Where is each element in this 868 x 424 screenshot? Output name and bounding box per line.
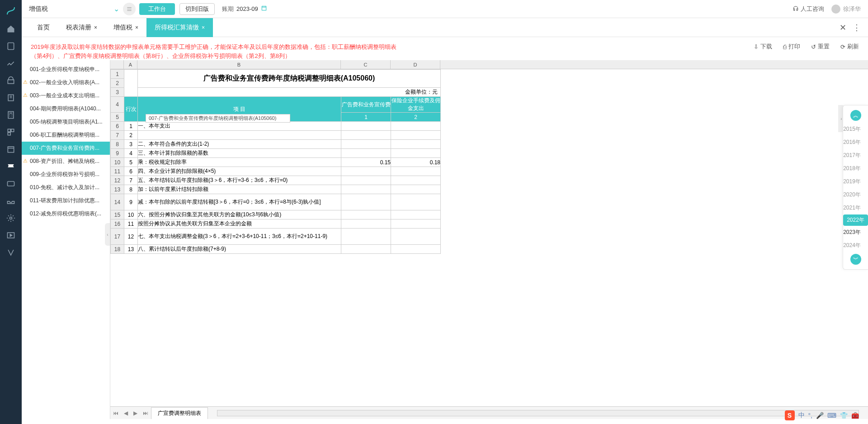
- nav-v-icon[interactable]: [6, 248, 15, 257]
- year-2022年[interactable]: 2022年: [843, 214, 868, 226]
- nav-video-icon[interactable]: [6, 231, 15, 240]
- company-dropdown[interactable]: 增值税 ⌄: [29, 5, 119, 13]
- cell-d[interactable]: [391, 219, 441, 229]
- nav-gear-icon[interactable]: [6, 214, 15, 223]
- nav-wallet-icon[interactable]: [6, 179, 15, 188]
- form-item-6[interactable]: 007-广告费和业务宣传费跨...: [22, 142, 110, 155]
- tab-3[interactable]: 所得税汇算清缴×: [146, 18, 213, 37]
- cell-c[interactable]: [341, 185, 391, 194]
- year-2019年[interactable]: 2019年: [843, 175, 868, 188]
- year-2016年[interactable]: 2016年: [843, 136, 868, 149]
- cell-d[interactable]: [391, 131, 441, 140]
- form-item-4[interactable]: 005-纳税调整项目明细表(A1...: [22, 115, 110, 129]
- tab-close-icon[interactable]: ×: [135, 24, 138, 31]
- sheet-first-icon[interactable]: ⏮: [110, 410, 121, 416]
- cell-d[interactable]: [391, 245, 441, 254]
- sheet-last-icon[interactable]: ⏭: [140, 410, 151, 416]
- nav-home-icon[interactable]: [6, 24, 15, 33]
- cell-c[interactable]: [341, 122, 391, 131]
- year-2024年[interactable]: 2024年: [843, 239, 868, 252]
- formula-bar[interactable]: 007-广告费和业务宣传费跨年度纳税调整明细表(A105060): [146, 114, 290, 123]
- cell-d[interactable]: [391, 140, 441, 149]
- form-item-1[interactable]: ⚠002-一般企业收入明细表(A...: [22, 76, 110, 89]
- nav-calc-icon[interactable]: [6, 110, 15, 119]
- year-2020年[interactable]: 2020年: [843, 188, 868, 201]
- cell-d[interactable]: [391, 185, 441, 194]
- nav-grid-icon[interactable]: [6, 128, 15, 137]
- year-2015年[interactable]: 2015年: [843, 123, 868, 136]
- tab-close-icon[interactable]: ×: [202, 24, 205, 31]
- form-item-9[interactable]: 010-免税、减计收入及加计...: [22, 181, 110, 194]
- cell-c[interactable]: [341, 219, 391, 229]
- list-icon-button[interactable]: [123, 3, 136, 15]
- nav-chart-icon[interactable]: [6, 59, 15, 68]
- ime-logo[interactable]: S: [785, 410, 795, 420]
- form-item-11[interactable]: 012-减免所得税优惠明细表(...: [22, 207, 110, 220]
- year-2018年[interactable]: 2018年: [843, 162, 868, 175]
- cell-d[interactable]: [391, 122, 441, 131]
- horizontal-scrollbar[interactable]: [217, 410, 859, 416]
- form-item-10[interactable]: 011-研发费用加计扣除优惠...: [22, 194, 110, 207]
- cell-c[interactable]: [341, 140, 391, 149]
- cell-d[interactable]: [391, 210, 441, 219]
- form-item-8[interactable]: 009-企业所得税弥补亏损明...: [22, 168, 110, 181]
- cell-d[interactable]: [391, 176, 441, 185]
- cell-d[interactable]: 0.18: [391, 158, 441, 167]
- ime-skin-icon[interactable]: 👕: [840, 412, 848, 419]
- nav-bag-icon[interactable]: [6, 76, 15, 85]
- nav-clipboard-icon[interactable]: [6, 93, 15, 102]
- help-link[interactable]: 人工咨询: [793, 5, 824, 13]
- tab-1[interactable]: 税表清册×: [58, 18, 105, 37]
- download-link[interactable]: ⇩下载: [754, 43, 772, 51]
- workspace-button[interactable]: 工作台: [139, 3, 175, 15]
- form-item-3[interactable]: 004-期间费用明细表(A1040...: [22, 102, 110, 115]
- close-all-tabs-icon[interactable]: ✕: [840, 23, 846, 33]
- year-2017年[interactable]: 2017年: [843, 149, 868, 162]
- form-item-5[interactable]: 006-职工薪酬纳税调整明细...: [22, 129, 110, 142]
- sheet-prev-icon[interactable]: ◀: [121, 410, 131, 416]
- year-down-icon[interactable]: ︾: [850, 254, 861, 265]
- form-item-7[interactable]: ⚠008-资产折旧、摊销及纳税...: [22, 155, 110, 168]
- ime-lang[interactable]: 中: [798, 411, 805, 419]
- calendar-icon[interactable]: [261, 5, 267, 13]
- ime-mic-icon[interactable]: 🎤: [816, 412, 824, 419]
- collapse-left-handle[interactable]: ‹: [105, 223, 110, 246]
- print-link[interactable]: ⎙打印: [783, 43, 800, 51]
- ime-punct-icon[interactable]: °,: [808, 412, 813, 419]
- cell-d[interactable]: [391, 167, 441, 176]
- tabs-menu-icon[interactable]: ⋮: [853, 23, 861, 33]
- cell-c[interactable]: 0.15: [341, 158, 391, 167]
- nav-tax-icon[interactable]: [6, 162, 15, 171]
- cell-c[interactable]: [341, 176, 391, 185]
- ime-keyboard-icon[interactable]: ⌨: [827, 412, 836, 419]
- refresh-link[interactable]: ⟳刷新: [840, 43, 859, 51]
- cell-d[interactable]: [391, 229, 441, 245]
- nav-inbox-icon[interactable]: [6, 196, 15, 205]
- year-2023年[interactable]: 2023年: [843, 226, 868, 239]
- tab-2[interactable]: 增值税×: [105, 18, 146, 37]
- tab-close-icon[interactable]: ×: [94, 24, 97, 31]
- cell-c[interactable]: [341, 194, 391, 210]
- reset-link[interactable]: ↺重置: [811, 43, 830, 51]
- form-item-0[interactable]: 001-企业所得税年度纳税申...: [22, 63, 110, 76]
- sheet-next-icon[interactable]: ▶: [131, 410, 140, 416]
- year-2021年[interactable]: 2021年: [843, 201, 868, 214]
- cell-c[interactable]: [341, 149, 391, 158]
- user-menu[interactable]: 徐泽华: [831, 5, 861, 14]
- cell-c[interactable]: [341, 131, 391, 140]
- ime-toolbox-icon[interactable]: 🧰: [851, 412, 859, 419]
- cell-c[interactable]: [341, 167, 391, 176]
- nav-cal-icon[interactable]: [6, 145, 15, 154]
- tab-0[interactable]: 首页: [29, 18, 58, 37]
- app-logo: [5, 5, 16, 16]
- sheet-tab-active[interactable]: 广宣费调整明细表: [151, 407, 208, 419]
- cell-d[interactable]: [391, 149, 441, 158]
- cell-c[interactable]: [341, 210, 391, 219]
- switch-old-button[interactable]: 切到旧版: [179, 3, 215, 15]
- cell-c[interactable]: [341, 245, 391, 254]
- cell-d[interactable]: [391, 194, 441, 210]
- nav-book-icon[interactable]: [6, 42, 15, 51]
- cell-c[interactable]: [341, 229, 391, 245]
- form-item-2[interactable]: ⚠003-一般企业成本支出明细...: [22, 89, 110, 102]
- year-up-icon[interactable]: ︽: [850, 110, 861, 121]
